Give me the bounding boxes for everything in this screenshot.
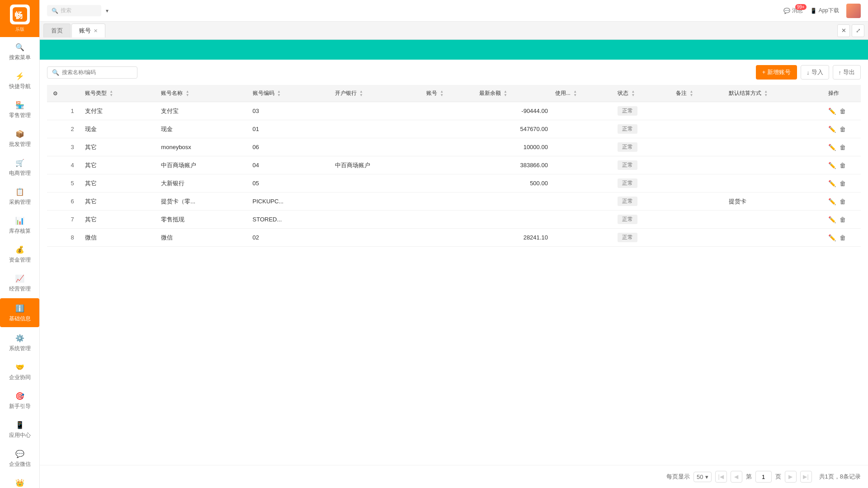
system-icon: ⚙️ [14, 333, 25, 343]
page-first-button[interactable]: |◀ [715, 471, 727, 483]
delete-icon[interactable]: 🗑 [840, 126, 846, 133]
th-code[interactable]: 账号编码 ▲▼ [249, 85, 331, 102]
th-setting[interactable]: ⚙ [47, 85, 63, 102]
sidebar-item-enterprise-wechat[interactable]: 💬 企业微信 [0, 444, 39, 473]
edit-icon[interactable]: ✏️ [828, 234, 836, 241]
add-account-button[interactable]: + 新增账号 [756, 65, 797, 80]
th-usage[interactable]: 使用... ▲▼ [552, 85, 614, 102]
delete-icon[interactable]: 🗑 [840, 108, 846, 115]
row-index: 7 [63, 211, 81, 229]
sidebar-item-guide[interactable]: 🎯 新手引导 [0, 386, 39, 415]
delete-icon[interactable]: 🗑 [840, 180, 846, 187]
tab-close-icon[interactable]: ✕ [94, 28, 98, 34]
inventory-icon: 📊 [14, 215, 25, 226]
edit-icon[interactable]: ✏️ [828, 198, 836, 205]
sidebar-item-finance[interactable]: 💰 资金管理 [0, 239, 39, 268]
page-next-button[interactable]: ▶ [785, 471, 797, 483]
table-body: 1 支付宝 支付宝 03 -90444.00 正常 ✏️ 🗑 2 现金 现金 0… [47, 102, 861, 247]
delete-icon[interactable]: 🗑 [840, 234, 846, 241]
import-button[interactable]: ↓ 导入 [801, 65, 829, 80]
sidebar-item-search[interactable]: 🔍 搜索菜单 [0, 37, 39, 66]
sidebar-item-retail[interactable]: 🏪 零售管理 [0, 95, 39, 124]
page-last-button[interactable]: ▶| [800, 471, 812, 483]
sidebar-item-basic[interactable]: ℹ️ 基础信息 [0, 298, 39, 327]
th-remark[interactable]: 备注 ▲▼ [672, 85, 725, 102]
sidebar-item-shortcut[interactable]: ⚡ 快捷导航 [0, 66, 39, 95]
row-default-settle [725, 211, 825, 229]
row-setting-cell [47, 229, 63, 247]
sidebar-item-app-center[interactable]: 📱 应用中心 [0, 415, 39, 444]
page-content: 🔍 + 新增账号 ↓ 导入 ↑ 导出 [40, 40, 868, 488]
row-balance: 500.00 [476, 174, 552, 192]
tab-account[interactable]: 账号 ✕ [71, 23, 105, 38]
tab-close-page-button[interactable]: ✕ [837, 24, 850, 37]
edit-icon[interactable]: ✏️ [828, 216, 836, 223]
search-input[interactable] [62, 69, 132, 75]
row-bank [331, 120, 423, 138]
sidebar-item-label: 基础信息 [9, 315, 31, 323]
export-button[interactable]: ↑ 导出 [833, 65, 861, 80]
agreement-icon: 🤝 [14, 361, 25, 372]
sidebar-item-system[interactable]: ⚙️ 系统管理 [0, 328, 39, 357]
row-bank [331, 229, 423, 247]
row-bank [331, 102, 423, 120]
header-left: 🔍 搜索 ▾ [47, 5, 108, 16]
pagination-total: 共1页，8条记录 [819, 473, 861, 481]
sidebar-item-agreement[interactable]: 🤝 企业协同 [0, 357, 39, 386]
th-name[interactable]: 账号名称 ▲▼ [157, 85, 249, 102]
delete-icon[interactable]: 🗑 [840, 144, 846, 151]
basic-icon: ℹ️ [14, 303, 25, 314]
row-default-settle: 提货卡 [725, 192, 825, 211]
th-type[interactable]: 账号类型 ▲▼ [81, 85, 157, 102]
sidebar-item-label: 新手引导 [9, 403, 31, 410]
edit-icon[interactable]: ✏️ [828, 162, 836, 169]
row-code: 01 [249, 120, 331, 138]
row-status: 正常 [614, 102, 672, 120]
sidebar-item-member[interactable]: 👑 畅会员 [0, 473, 39, 488]
row-remark [672, 211, 725, 229]
app-download-button[interactable]: 📱 App下载 [810, 7, 839, 14]
tab-expand-button[interactable]: ⤢ [852, 24, 864, 37]
th-account[interactable]: 账号 ▲▼ [423, 85, 476, 102]
top-header: 🔍 搜索 ▾ 💬 消息 99+ 📱 App下载 [40, 0, 868, 22]
page-prev-button[interactable]: ◀ [731, 471, 742, 483]
row-setting-cell [47, 211, 63, 229]
import-icon: ↓ [807, 69, 810, 76]
edit-icon[interactable]: ✏️ [828, 180, 836, 187]
row-status: 正常 [614, 138, 672, 156]
th-status[interactable]: 状态 ▲▼ [614, 85, 672, 102]
message-button[interactable]: 💬 消息 99+ [783, 7, 803, 14]
sidebar-item-ecommerce[interactable]: 🛒 电商管理 [0, 153, 39, 182]
tab-bar: 首页 账号 ✕ ✕ ⤢ [40, 22, 868, 40]
row-account [423, 156, 476, 174]
tab-home[interactable]: 首页 [43, 23, 71, 38]
sidebar-item-operations[interactable]: 📈 经营管理 [0, 268, 39, 297]
th-default-settle[interactable]: 默认结算方式 ▲▼ [725, 85, 825, 102]
row-code: PICKUPC... [249, 192, 331, 211]
row-type: 微信 [81, 229, 157, 247]
sidebar-item-inventory[interactable]: 📊 库存核算 [0, 211, 39, 239]
delete-icon[interactable]: 🗑 [840, 162, 846, 169]
th-bank[interactable]: 开户银行 ▲▼ [331, 85, 423, 102]
sidebar-item-wholesale[interactable]: 📦 批发管理 [0, 124, 39, 153]
delete-icon[interactable]: 🗑 [840, 216, 846, 223]
page-size-selector[interactable]: 50 ▾ [693, 472, 711, 482]
sidebar-item-purchase[interactable]: 📋 采购管理 [0, 182, 39, 211]
th-balance[interactable]: 最新余额 ▲▼ [476, 85, 552, 102]
edit-icon[interactable]: ✏️ [828, 126, 836, 133]
header-right: 💬 消息 99+ 📱 App下载 [783, 4, 861, 18]
search-input-box[interactable]: 🔍 [47, 66, 137, 79]
row-type: 其它 [81, 174, 157, 192]
row-action: ✏️ 🗑 [825, 192, 861, 211]
table-row: 2 现金 现金 01 547670.00 正常 ✏️ 🗑 [47, 120, 861, 138]
user-avatar[interactable] [846, 4, 861, 18]
header-dropdown[interactable]: ▾ [106, 8, 108, 14]
page-number-input[interactable] [755, 471, 772, 483]
edit-icon[interactable]: ✏️ [828, 144, 836, 151]
delete-icon[interactable]: 🗑 [840, 198, 846, 205]
header-search-text: 搜索 [61, 7, 71, 14]
search-icon: 🔍 [52, 69, 59, 76]
header-search-box[interactable]: 🔍 搜索 [47, 5, 101, 16]
edit-icon[interactable]: ✏️ [828, 108, 836, 115]
row-name: 中百商场账户 [157, 156, 249, 174]
